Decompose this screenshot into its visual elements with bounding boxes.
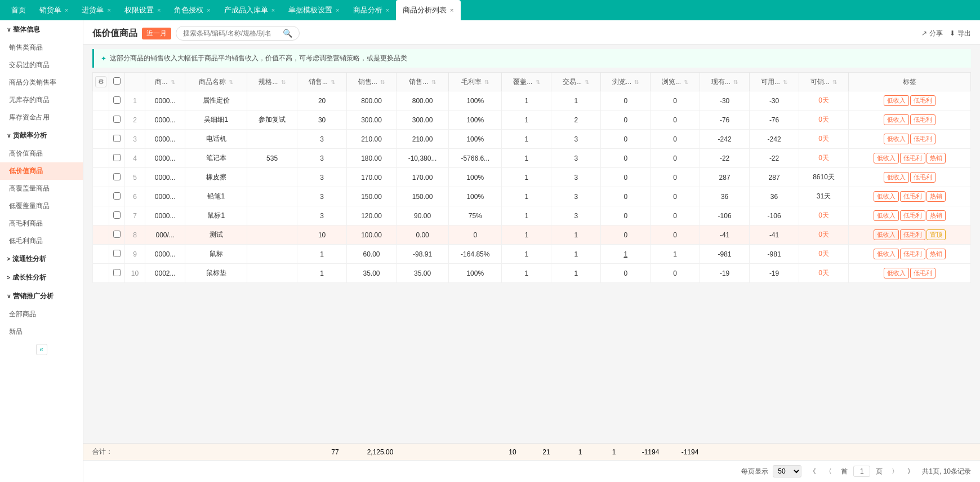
pagination: 每页显示 50 100 200 《 〈 首 1 页 〉 》 共1页, 10条记录 bbox=[83, 460, 980, 482]
sidebar-group-title-flow[interactable]: >流通性分析 bbox=[0, 250, 83, 268]
sidebar-item-traded[interactable]: 交易过的商品 bbox=[0, 56, 83, 74]
row-check[interactable] bbox=[109, 130, 125, 149]
row-name: 吴细细1 bbox=[185, 110, 247, 130]
row-checkbox[interactable] bbox=[113, 269, 121, 276]
row-check[interactable] bbox=[109, 206, 125, 225]
nav-item-purchase[interactable]: 进货单× bbox=[75, 0, 117, 20]
sidebar-item-sales-category[interactable]: 销售类商品 bbox=[0, 39, 83, 56]
nav-close-purchase[interactable]: × bbox=[107, 7, 110, 14]
row-coverage: 1 bbox=[502, 91, 551, 110]
check-col-header bbox=[109, 73, 125, 91]
row-checkbox[interactable] bbox=[113, 250, 121, 257]
nav-close-product-analysis[interactable]: × bbox=[386, 7, 389, 14]
nav-item-roles[interactable]: 角色授权× bbox=[167, 0, 217, 20]
sidebar-collapse-btn[interactable]: « bbox=[36, 344, 47, 355]
prev-page-btn[interactable]: 〈 bbox=[822, 466, 835, 477]
browse2-col-header: 浏览... ⇅ bbox=[651, 73, 700, 91]
row-margin: 100% bbox=[449, 264, 502, 283]
page-size-select[interactable]: 50 100 200 bbox=[773, 465, 801, 477]
sidebar-group-title-marketing[interactable]: ∨营销推广分析 bbox=[0, 287, 83, 306]
row-sales-qty: 30 bbox=[297, 110, 347, 130]
nav-close-products-in[interactable]: × bbox=[271, 7, 275, 14]
date-filter-btn[interactable]: 近一月 bbox=[142, 28, 171, 39]
sidebar-group-title-growth[interactable]: >成长性分析 bbox=[0, 268, 83, 287]
last-page-btn[interactable]: 》 bbox=[904, 466, 917, 477]
row-checkbox[interactable] bbox=[113, 154, 121, 161]
row-check[interactable] bbox=[109, 187, 125, 206]
row-check[interactable] bbox=[109, 245, 125, 264]
nav-close-sales[interactable]: × bbox=[65, 7, 68, 14]
row-sales-qty: 3 bbox=[297, 206, 347, 225]
row-checkbox[interactable] bbox=[113, 135, 121, 142]
export-btn[interactable]: ⬇ 导出 bbox=[950, 29, 971, 38]
row-browse1[interactable]: 1 bbox=[601, 245, 651, 264]
sidebar-item-high-profit[interactable]: 高毛利商品 bbox=[0, 215, 83, 232]
sidebar-item-low-profit[interactable]: 低毛利商品 bbox=[0, 232, 83, 250]
row-coverage: 1 bbox=[502, 264, 551, 283]
row-checkbox[interactable] bbox=[113, 116, 121, 123]
nav-item-product-analysis[interactable]: 商品分析× bbox=[346, 0, 396, 20]
sidebar-item-high-value[interactable]: 高价值商品 bbox=[0, 145, 83, 162]
table-row: 2 0000... 吴细细1 参加复试 30 300.00 300.00 100… bbox=[93, 110, 971, 130]
next-page-btn[interactable]: 〉 bbox=[888, 466, 902, 477]
row-checkbox[interactable] bbox=[113, 231, 121, 238]
tag-badge: 低收入 bbox=[884, 172, 909, 183]
row-checkbox[interactable] bbox=[113, 96, 121, 104]
row-available: -76 bbox=[750, 110, 799, 130]
sidebar-item-no-stock[interactable]: 无库存的商品 bbox=[0, 91, 83, 109]
row-sales-cost: 170.00 bbox=[396, 168, 448, 187]
nav-item-home[interactable]: 首页 bbox=[5, 0, 33, 20]
row-check[interactable] bbox=[109, 149, 125, 168]
row-check[interactable] bbox=[109, 91, 125, 110]
row-checkbox[interactable] bbox=[113, 211, 121, 219]
nav-item-template[interactable]: 单据模板设置× bbox=[282, 0, 346, 20]
coverage-col-header: 覆盖... ⇅ bbox=[502, 73, 551, 91]
nav-close-permissions[interactable]: × bbox=[157, 7, 161, 14]
sidebar-item-new-products[interactable]: 新品 bbox=[0, 323, 83, 341]
sidebar-group-title-overall[interactable]: ∨整体信息 bbox=[0, 20, 83, 39]
row-check[interactable] bbox=[109, 225, 125, 245]
row-sales-amt: 35.00 bbox=[347, 264, 397, 283]
row-current: 36 bbox=[700, 187, 750, 206]
row-available: -22 bbox=[750, 149, 799, 168]
row-tags: 低收入低毛利热销 bbox=[848, 206, 970, 225]
current-page[interactable]: 1 bbox=[853, 466, 870, 477]
sidebar-group-title-financial[interactable]: ∨贡献率分析 bbox=[0, 126, 83, 145]
row-browse1: 0 bbox=[601, 206, 651, 225]
tag-badge: 低收入 bbox=[884, 95, 909, 106]
row-num: 5 bbox=[125, 168, 145, 187]
row-num: 8 bbox=[125, 225, 145, 245]
row-code: 0000... bbox=[145, 187, 185, 206]
select-all-checkbox[interactable] bbox=[113, 77, 121, 85]
nav-item-product-analysis-list[interactable]: 商品分析列表× bbox=[396, 0, 460, 20]
row-check[interactable] bbox=[109, 264, 125, 283]
nav-close-template[interactable]: × bbox=[336, 7, 339, 14]
sidebar-item-stock-value[interactable]: 库存资金占用 bbox=[0, 109, 83, 126]
row-check[interactable] bbox=[109, 110, 125, 130]
table-body: 1 0000... 属性定价 20 800.00 800.00 100% 1 1… bbox=[93, 91, 971, 283]
row-sales-qty: 3 bbox=[297, 149, 347, 168]
row-checkbox[interactable] bbox=[113, 192, 121, 200]
nav-item-sales[interactable]: 销货单× bbox=[33, 0, 75, 20]
row-checkbox[interactable] bbox=[113, 173, 121, 180]
table-row: 1 0000... 属性定价 20 800.00 800.00 100% 1 1… bbox=[93, 91, 971, 110]
search-input[interactable] bbox=[183, 29, 280, 37]
sidebar-item-low-coverage[interactable]: 低覆盖量商品 bbox=[0, 197, 83, 215]
nav-close-product-analysis-list[interactable]: × bbox=[450, 7, 453, 14]
tag-badge: 低收入 bbox=[874, 191, 899, 202]
row-sales-qty: 10 bbox=[297, 225, 347, 245]
sidebar-item-category-sales[interactable]: 商品分类销售率 bbox=[0, 74, 83, 91]
nav-close-roles[interactable]: × bbox=[207, 7, 210, 14]
sidebar-item-high-coverage[interactable]: 高覆盖量商品 bbox=[0, 180, 83, 197]
sidebar-item-low-value[interactable]: 低价值商品 bbox=[0, 162, 83, 180]
share-btn[interactable]: ↗ 分享 bbox=[921, 29, 943, 38]
row-check[interactable] bbox=[109, 168, 125, 187]
group-arrow-marketing: ∨ bbox=[7, 293, 11, 299]
table-settings-icon[interactable]: ⚙ bbox=[95, 76, 106, 87]
first-page-btn[interactable]: 《 bbox=[806, 466, 819, 477]
alert-message: 这部分商品的销售收入大幅低于商品平均销售收入，价值不高，可考虑调整营销策略，或是… bbox=[110, 54, 407, 63]
row-sales-amt: 100.00 bbox=[347, 225, 397, 245]
nav-item-permissions[interactable]: 权限设置× bbox=[118, 0, 167, 20]
sidebar-item-all-products[interactable]: 全部商品 bbox=[0, 306, 83, 323]
nav-item-products-in[interactable]: 产成品入库单× bbox=[217, 0, 282, 20]
